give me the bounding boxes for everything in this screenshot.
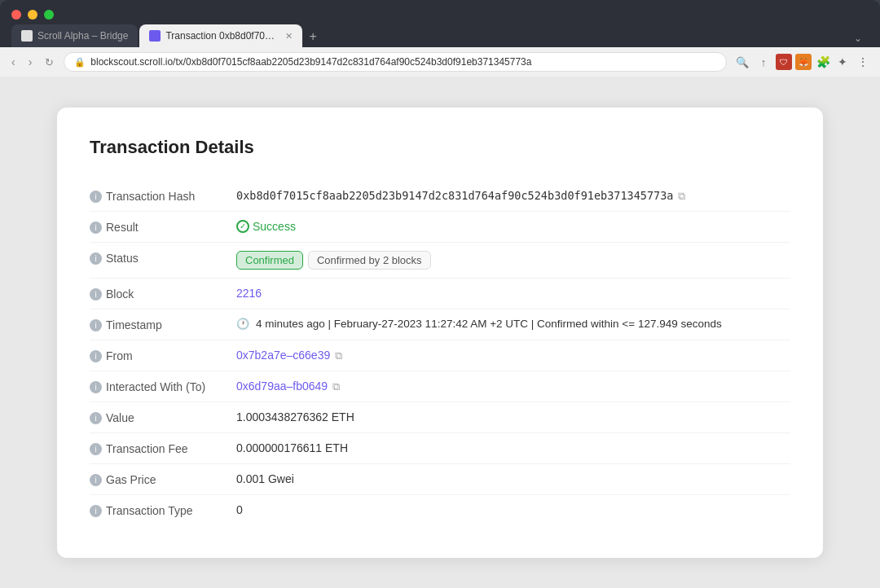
info-icon-fee: i — [90, 443, 102, 455]
hash-text: 0xb8d0f7015cf8aab2205d23b9147d2c831d764a… — [236, 189, 673, 202]
copy-interacted-icon[interactable]: ⧉ — [332, 380, 340, 393]
info-icon-status: i — [90, 252, 102, 265]
shield-ext-icon[interactable]: 🛡 — [776, 54, 792, 70]
reload-button[interactable]: ↻ — [42, 55, 57, 70]
close-button[interactable] — [11, 10, 21, 20]
confirmed-blocks-badge: Confirmed by 2 blocks — [308, 251, 431, 270]
value-transaction-hash: 0xb8d0f7015cf8aab2205d23b9147d2c831d764a… — [236, 189, 790, 203]
search-action[interactable]: 🔍 — [733, 53, 751, 71]
scroll-icon — [21, 30, 33, 42]
extension-icons: 🔍 ↑ 🛡 🦊 🧩 ✦ ⋮ — [733, 53, 872, 71]
success-circle-icon: ✓ — [236, 220, 249, 233]
info-icon-interacted: i — [90, 381, 102, 393]
info-icon-hash: i — [90, 191, 102, 203]
row-result: i Result ✓ Success — [90, 212, 790, 243]
label-interacted-with: i Interacted With (To) — [90, 380, 236, 393]
copy-from-icon[interactable]: ⧉ — [335, 349, 342, 362]
row-interacted-with: i Interacted With (To) 0x6d79aa–fb0649 ⧉ — [90, 371, 790, 402]
success-badge: ✓ Success — [236, 220, 296, 233]
tx-type: 0 — [236, 503, 243, 516]
info-icon-type: i — [90, 505, 102, 517]
copy-hash-icon[interactable]: ⧉ — [678, 190, 685, 203]
value-gas-price: 0.001 Gwei — [236, 472, 790, 485]
label-status: i Status — [90, 251, 236, 265]
puzzle-ext-icon[interactable]: 🧩 — [815, 54, 831, 70]
back-button[interactable]: ‹ — [8, 54, 19, 70]
tab-scroll-label: Scroll Alpha – Bridge — [37, 30, 128, 42]
success-text: Success — [253, 220, 296, 233]
maximize-button[interactable] — [44, 10, 54, 20]
value-transaction-fee: 0.000000176611 ETH — [236, 441, 790, 454]
info-icon-block: i — [90, 288, 102, 301]
confirmed-badge: Confirmed — [236, 251, 303, 270]
blockscout-icon — [149, 30, 161, 42]
label-timestamp: i Timestamp — [90, 318, 236, 331]
label-transaction-fee: i Transaction Fee — [90, 441, 236, 455]
info-icon-value: i — [90, 412, 102, 424]
clock-icon: 🕐 — [236, 318, 249, 330]
star-ext-icon[interactable]: ✦ — [834, 54, 851, 70]
url-text: blockscout.scroll.io/tx/0xb8d0f7015cf8aa… — [90, 56, 531, 68]
browser-chrome: Scroll Alpha – Bridge Transaction 0xb8d0… — [0, 0, 880, 77]
page-card: Transaction Details i Transaction Hash 0… — [57, 108, 823, 558]
gas-amount: 0.001 Gwei — [236, 472, 294, 485]
row-block: i Block 2216 — [90, 279, 790, 309]
value-eth: 1.0003438276362 ETH — [236, 410, 790, 423]
interacted-address-link[interactable]: 0x6d79aa–fb0649 — [236, 380, 328, 393]
row-transaction-hash: i Transaction Hash 0xb8d0f7015cf8aab2205… — [90, 181, 790, 212]
info-icon-from: i — [90, 350, 102, 362]
row-value: i Value 1.0003438276362 ETH — [90, 402, 790, 433]
traffic-lights — [0, 0, 880, 24]
timestamp-text: 4 minutes ago | February-27-2023 11:27:4… — [256, 318, 722, 330]
window-controls: ⌄ — [847, 29, 869, 47]
browser-content: Transaction Details i Transaction Hash 0… — [0, 77, 880, 588]
value-transaction-type: 0 — [236, 503, 790, 516]
label-block: i Block — [90, 287, 236, 301]
add-tab-button[interactable]: + — [304, 26, 321, 47]
info-icon-timestamp: i — [90, 319, 102, 331]
share-action[interactable]: ↑ — [755, 53, 772, 71]
minimize-button[interactable] — [28, 10, 37, 20]
info-icon-result: i — [90, 222, 102, 234]
label-transaction-type: i Transaction Type — [90, 503, 236, 517]
browser-menu[interactable]: ⋮ — [854, 55, 872, 68]
row-timestamp: i Timestamp 🕐 4 minutes ago | February-2… — [90, 309, 790, 340]
eth-amount: 1.0003438276362 ETH — [236, 410, 354, 423]
forward-button[interactable]: › — [25, 54, 36, 70]
tab-close-icon[interactable]: ✕ — [285, 31, 293, 42]
page-title: Transaction Details — [90, 137, 790, 158]
value-interacted-with: 0x6d79aa–fb0649 ⧉ — [236, 380, 790, 393]
from-address-link[interactable]: 0x7b2a7e–c66e39 — [236, 349, 330, 362]
label-transaction-hash: i Transaction Hash — [90, 189, 236, 203]
tab-transaction[interactable]: Transaction 0xb8d0f7015cf8a... ✕ — [139, 24, 302, 47]
nav-bar: ‹ › ↻ 🔒 blockscout.scroll.io/tx/0xb8d0f7… — [0, 47, 880, 77]
address-bar[interactable]: 🔒 blockscout.scroll.io/tx/0xb8d0f7015cf8… — [64, 52, 727, 72]
value-from: 0x7b2a7e–c66e39 ⧉ — [236, 349, 790, 362]
value-block: 2216 — [236, 287, 790, 300]
value-status: Confirmed Confirmed by 2 blocks — [236, 251, 790, 270]
row-gas-price: i Gas Price 0.001 Gwei — [90, 464, 790, 495]
label-from: i From — [90, 349, 236, 362]
lock-icon: 🔒 — [74, 57, 86, 68]
fox-ext-icon[interactable]: 🦊 — [795, 54, 812, 70]
value-timestamp: 🕐 4 minutes ago | February-27-2023 11:27… — [236, 318, 790, 330]
fee-amount: 0.000000176611 ETH — [236, 441, 348, 454]
block-link[interactable]: 2216 — [236, 287, 262, 300]
label-value: i Value — [90, 410, 236, 424]
label-result: i Result — [90, 220, 236, 234]
value-result: ✓ Success — [236, 220, 790, 233]
tab-scroll[interactable]: Scroll Alpha – Bridge — [11, 24, 138, 47]
label-gas-price: i Gas Price — [90, 472, 236, 486]
row-transaction-type: i Transaction Type 0 — [90, 495, 790, 525]
info-icon-gas: i — [90, 474, 102, 486]
row-from: i From 0x7b2a7e–c66e39 ⧉ — [90, 340, 790, 371]
tab-bar: Scroll Alpha – Bridge Transaction 0xb8d0… — [0, 24, 880, 47]
row-status: i Status Confirmed Confirmed by 2 blocks — [90, 243, 790, 279]
row-transaction-fee: i Transaction Fee 0.000000176611 ETH — [90, 433, 790, 464]
tab-transaction-label: Transaction 0xb8d0f7015cf8a... — [165, 30, 277, 42]
